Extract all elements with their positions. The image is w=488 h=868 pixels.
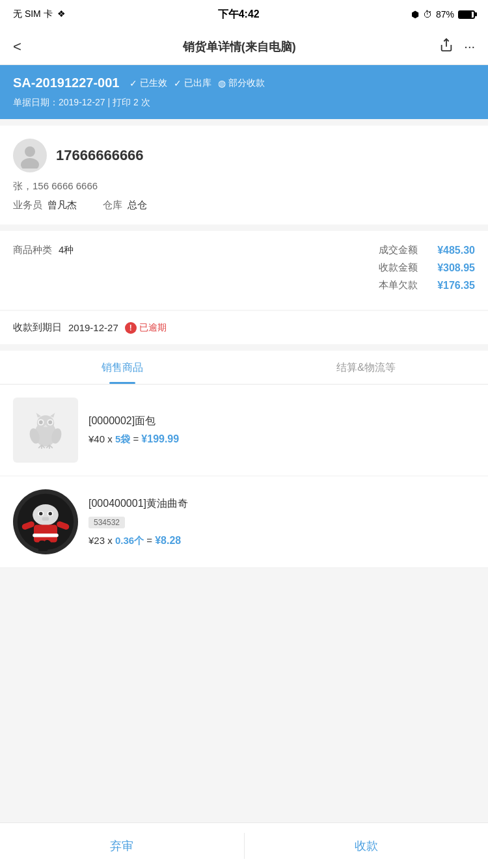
clock-icon: ◍ xyxy=(218,78,226,88)
order-date: 单据日期：2019-12-27 | 打印 2 次 xyxy=(13,97,475,109)
status-signal: 无 SIM 卡 ❖ xyxy=(13,8,66,20)
overdue-badge: ! 已逾期 xyxy=(125,322,167,334)
tab-settlement-label: 结算&物流等 xyxy=(336,362,396,373)
order-header: SA-20191227-001 ✓ 已生效 ✓ 已出库 ◍ 部分收款 单据日期：… xyxy=(0,65,488,119)
nav-actions: ··· xyxy=(439,38,475,55)
svg-marker-10 xyxy=(36,413,41,418)
transaction-amount: ¥485.30 xyxy=(437,245,475,256)
more-button[interactable]: ··· xyxy=(464,39,475,54)
debt-row: 本单欠款 ¥176.35 xyxy=(379,279,475,292)
customer-phone: 17666666666 xyxy=(56,147,144,164)
customer-section: 17666666666 张，156 6666 6666 业务员 曾凡杰 仓库 总… xyxy=(0,126,488,224)
nav-bar: < 销货单详情(来自电脑) ··· xyxy=(0,29,488,65)
page-title: 销货单详情(来自电脑) xyxy=(39,39,439,55)
tabs-section: 销售商品 结算&物流等 xyxy=(0,351,488,568)
price-base-2: ¥23 x xyxy=(88,535,115,546)
status-activated-label: 已生效 xyxy=(140,77,167,89)
debt-label: 本单欠款 xyxy=(379,279,418,292)
svg-point-7 xyxy=(39,420,43,424)
status-tags: ✓ 已生效 ✓ 已出库 ◍ 部分收款 xyxy=(129,77,265,89)
due-date-label: 收款到期日 xyxy=(13,321,62,334)
collection-amount: ¥308.95 xyxy=(437,262,475,274)
svg-rect-28 xyxy=(33,534,59,537)
equals-2: = xyxy=(144,535,155,546)
back-button[interactable]: < xyxy=(13,38,39,55)
product-kinds-value: 4种 xyxy=(59,244,74,256)
warehouse-item: 仓库 总仓 xyxy=(103,199,147,211)
location-icon: ⬢ xyxy=(411,9,419,20)
product-item-2[interactable]: [000400001]黄油曲奇 534532 ¥23 x 0.36个 = ¥8.… xyxy=(0,476,488,568)
status-shipped-label: 已出库 xyxy=(184,77,211,89)
total-1: ¥199.99 xyxy=(141,433,179,444)
svg-rect-26 xyxy=(42,517,49,521)
customer-top: 17666666666 xyxy=(13,139,475,172)
check-icon-1: ✓ xyxy=(129,78,137,88)
due-date-value: 2019-12-27 xyxy=(68,322,118,333)
salesperson-label: 业务员 xyxy=(13,199,42,211)
total-2: ¥8.28 xyxy=(155,535,181,546)
transaction-row: 成交金额 ¥485.30 xyxy=(379,244,475,256)
quantity-2: 0.36个 xyxy=(115,535,144,546)
svg-point-25 xyxy=(49,512,52,515)
tab-sales-products[interactable]: 销售商品 xyxy=(0,351,244,384)
product-price-2: ¥23 x 0.36个 = ¥8.28 xyxy=(88,535,475,547)
svg-point-24 xyxy=(39,512,42,515)
status-partial-payment: ◍ 部分收款 xyxy=(218,77,265,89)
overdue-icon: ! xyxy=(125,322,137,334)
product-tag-2: 534532 xyxy=(88,517,125,528)
debt-amount: ¥176.35 xyxy=(437,280,475,292)
cancel-label: 弃审 xyxy=(110,838,133,854)
product-kinds-label: 商品种类 xyxy=(13,244,52,256)
product-price-1: ¥40 x 5袋 = ¥199.99 xyxy=(88,433,475,446)
product-thumb-1 xyxy=(13,398,78,463)
summary-section: 商品种类 4种 成交金额 ¥485.30 收款金额 ¥308.95 本单欠款 ¥… xyxy=(0,231,488,310)
status-partial-label: 部分收款 xyxy=(228,77,265,89)
status-bar: 无 SIM 卡 ❖ 下午4:42 ⬢ ⏱ 87% xyxy=(0,0,488,29)
summary-left: 商品种类 4种 xyxy=(13,244,74,260)
price-base-1: ¥40 x xyxy=(88,433,115,444)
salesperson-value: 曾凡杰 xyxy=(47,199,77,211)
battery-percent: 87% xyxy=(436,9,454,20)
status-shipped: ✓ 已出库 xyxy=(174,77,211,89)
battery-icon xyxy=(458,10,475,19)
warehouse-label: 仓库 xyxy=(103,199,122,211)
svg-point-21 xyxy=(33,504,59,525)
share-button[interactable] xyxy=(439,38,454,55)
tab-settlement[interactable]: 结算&物流等 xyxy=(244,351,488,384)
status-time: 下午4:42 xyxy=(218,8,260,21)
due-date-section: 收款到期日 2019-12-27 ! 已逾期 xyxy=(0,311,488,344)
product-name-1: [0000002]面包 xyxy=(88,414,475,428)
bottom-bar: 弃审 收款 xyxy=(0,822,488,868)
transaction-label: 成交金额 xyxy=(379,244,418,256)
avatar xyxy=(13,139,47,172)
order-id: SA-20191227-001 xyxy=(13,75,119,90)
quantity-1: 5袋 xyxy=(115,433,130,444)
confirm-label: 收款 xyxy=(355,838,378,854)
product-name-2: [000400001]黄油曲奇 xyxy=(88,497,475,511)
product-info-2: [000400001]黄油曲奇 534532 ¥23 x 0.36个 = ¥8.… xyxy=(88,497,475,547)
status-battery: ⬢ ⏱ 87% xyxy=(411,9,475,20)
svg-point-8 xyxy=(48,420,52,424)
check-icon-2: ✓ xyxy=(174,78,182,88)
salesperson-item: 业务员 曾凡杰 xyxy=(13,199,77,211)
overdue-text: 已逾期 xyxy=(139,322,167,334)
product-info-1: [0000002]面包 ¥40 x 5袋 = ¥199.99 xyxy=(88,414,475,446)
svg-point-2 xyxy=(21,158,39,169)
customer-meta: 业务员 曾凡杰 仓库 总仓 xyxy=(13,199,475,211)
summary-right: 成交金额 ¥485.30 收款金额 ¥308.95 本单欠款 ¥176.35 xyxy=(379,244,475,297)
product-item-1[interactable]: [0000002]面包 ¥40 x 5袋 = ¥199.99 xyxy=(0,385,488,476)
battery-fill xyxy=(459,12,472,18)
svg-marker-11 xyxy=(50,413,55,418)
confirm-button[interactable]: 收款 xyxy=(245,823,489,868)
customer-name-phone: 张，156 6666 6666 xyxy=(13,180,475,193)
warehouse-value: 总仓 xyxy=(128,199,147,211)
cancel-button[interactable]: 弃审 xyxy=(0,823,244,868)
svg-point-1 xyxy=(25,146,35,157)
status-activated: ✓ 已生效 xyxy=(129,77,167,89)
product-thumb-2 xyxy=(13,489,78,554)
tab-sales-label: 销售商品 xyxy=(102,362,143,373)
collection-label: 收款金额 xyxy=(379,262,418,274)
order-header-top: SA-20191227-001 ✓ 已生效 ✓ 已出库 ◍ 部分收款 xyxy=(13,75,475,90)
tabs-header: 销售商品 结算&物流等 xyxy=(0,351,488,385)
alarm-icon: ⏱ xyxy=(423,9,432,20)
